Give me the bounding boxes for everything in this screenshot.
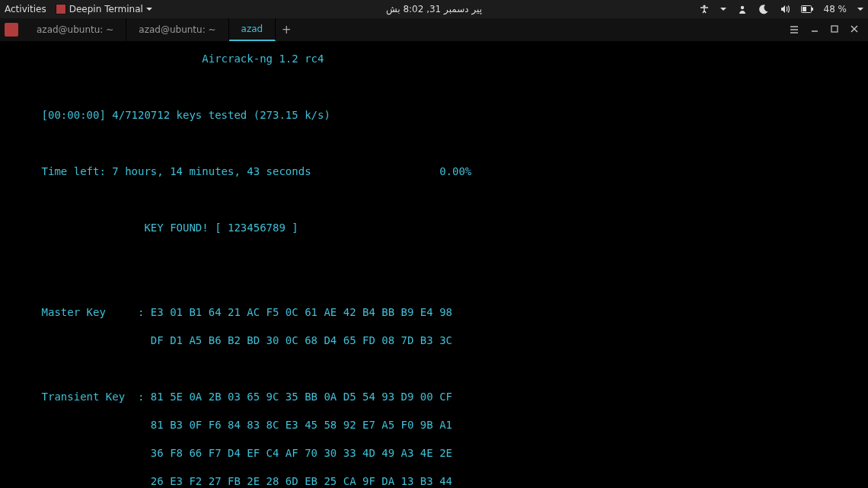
svg-point-0 bbox=[703, 5, 705, 7]
chevron-down-icon bbox=[146, 8, 152, 11]
tab-label: azad@ubuntu: ~ bbox=[37, 24, 113, 35]
master-key-line-2: DF D1 A5 B6 B2 BD 30 0C 68 D4 65 FD 08 7… bbox=[3, 333, 865, 348]
svg-rect-4 bbox=[812, 8, 813, 11]
tab-3[interactable]: azad bbox=[229, 18, 276, 41]
transient-key-line-1: Transient Key : 81 5E 0A 2B 03 65 9C 35 … bbox=[3, 390, 865, 404]
tab-add-button[interactable]: + bbox=[276, 18, 297, 41]
tab-label: azad bbox=[241, 24, 263, 34]
tab-2[interactable]: azad@ubuntu: ~ bbox=[126, 18, 228, 41]
key-found-line: KEY FOUND! [ 123456789 ] bbox=[3, 221, 865, 235]
transient-key-line-2: 81 B3 0F F6 84 83 8C E3 45 58 92 E7 A5 F… bbox=[3, 418, 865, 432]
close-button[interactable] bbox=[850, 24, 859, 35]
aircrack-title: Aircrack-ng 1.2 rc4 bbox=[3, 52, 865, 66]
terminal-viewport[interactable]: Aircrack-ng 1.2 rc4 [00:00:00] 4/7120712… bbox=[0, 41, 868, 488]
app-menu-label: Deepin Terminal bbox=[69, 4, 143, 14]
gnome-topbar: Activities Deepin Terminal پیر دسمبر 31,… bbox=[0, 0, 868, 18]
tab-strip: azad@ubuntu: ~ azad@ubuntu: ~ azad + bbox=[24, 18, 297, 41]
app-menu[interactable]: Deepin Terminal bbox=[56, 4, 152, 14]
terminal-titlebar: azad@ubuntu: ~ azad@ubuntu: ~ azad + bbox=[0, 18, 868, 41]
tab-1[interactable]: azad@ubuntu: ~ bbox=[24, 18, 126, 41]
activities-button[interactable]: Activities bbox=[5, 4, 46, 14]
tab-label: azad@ubuntu: ~ bbox=[139, 24, 215, 35]
svg-rect-3 bbox=[803, 7, 806, 11]
terminal-app-icon bbox=[5, 23, 18, 37]
chevron-down-icon bbox=[720, 8, 726, 11]
svg-rect-5 bbox=[831, 26, 838, 32]
chevron-down-icon bbox=[857, 8, 863, 11]
svg-point-1 bbox=[740, 6, 743, 9]
transient-key-line-3: 36 F8 66 F7 D4 EF C4 AF 70 30 33 4D 49 A… bbox=[3, 446, 865, 461]
battery-icon[interactable] bbox=[801, 5, 813, 13]
transient-key-line-4: 26 E3 F2 27 FB 2E 28 6D EB 25 CA 9F DA 1… bbox=[3, 474, 865, 488]
terminal-icon bbox=[56, 4, 66, 14]
keys-tested-line: [00:00:00] 4/7120712 keys tested (273.15… bbox=[3, 108, 865, 123]
time-left-line: Time left: 7 hours, 14 minutes, 43 secon… bbox=[3, 164, 865, 179]
master-key-line-1: Master Key : E3 01 B1 64 21 AC F5 0C 61 … bbox=[3, 305, 865, 320]
battery-percent: 48 % bbox=[824, 4, 847, 14]
night-icon[interactable] bbox=[758, 4, 769, 14]
minimize-button[interactable] bbox=[810, 24, 819, 35]
menu-button[interactable] bbox=[789, 24, 799, 35]
desktop: Activities Deepin Terminal پیر دسمبر 31,… bbox=[0, 0, 868, 488]
volume-icon[interactable] bbox=[780, 4, 790, 14]
accessibility-icon[interactable] bbox=[699, 4, 710, 14]
clock[interactable]: پیر دسمبر 31, 8:02 بش bbox=[386, 4, 482, 14]
maximize-button[interactable] bbox=[830, 24, 839, 35]
user-icon[interactable] bbox=[737, 4, 748, 14]
